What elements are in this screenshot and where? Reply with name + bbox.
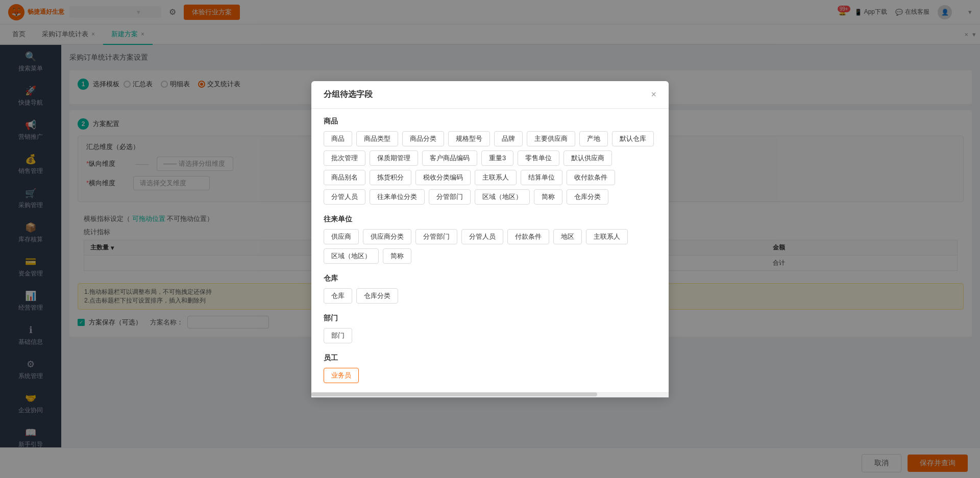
field-tag-warehouse[interactable]: 仓库 (324, 288, 352, 304)
field-group-dept-title: 部门 (324, 314, 656, 323)
field-tag-main-supplier[interactable]: 主要供应商 (527, 131, 575, 146)
modal-header: 分组待选字段 × (311, 81, 669, 109)
field-tag-goods-type[interactable]: 商品类型 (356, 131, 398, 146)
scrollbar-thumb-horizontal (311, 392, 597, 396)
field-tags-staff: 业务员 (324, 368, 656, 383)
field-tag-shelf-life[interactable]: 保质期管理 (370, 150, 418, 166)
field-tag-retail-unit[interactable]: 零售单位 (518, 150, 559, 166)
modal-close-button[interactable]: × (651, 89, 656, 100)
field-tag-dept-managed[interactable]: 分管部门 (429, 189, 471, 205)
field-tag-partner-contact[interactable]: 主联系人 (586, 229, 628, 244)
field-tag-salesperson[interactable]: 业务员 (324, 368, 359, 383)
field-tag-dept[interactable]: 部门 (324, 328, 352, 343)
field-tag-payment-terms[interactable]: 收付款条件 (567, 170, 615, 185)
field-tag-spec-model[interactable]: 规格型号 (448, 131, 490, 146)
field-tag-region[interactable]: 区域（地区） (475, 189, 530, 205)
field-tag-default-warehouse[interactable]: 默认仓库 (612, 131, 654, 146)
field-tag-goods[interactable]: 商品 (324, 131, 352, 146)
field-tag-partner-area[interactable]: 地区 (553, 229, 582, 244)
modal-title: 分组待选字段 (324, 89, 373, 100)
field-tag-warehouse-category[interactable]: 仓库分类 (567, 189, 608, 205)
field-group-goods-title: 商品 (324, 117, 656, 126)
modal-body[interactable]: 商品 商品 商品类型 商品分类 规格型号 品牌 主要供应商 产地 默认仓库 批次… (311, 109, 669, 392)
field-group-partner-title: 往来单位 (324, 215, 656, 224)
field-group-staff-title: 员工 (324, 354, 656, 363)
field-tags-warehouse: 仓库 仓库分类 (324, 288, 656, 304)
field-tags-dept: 部门 (324, 328, 656, 343)
modal: 分组待选字段 × 商品 商品 商品类型 商品分类 规格型号 品牌 主要供应商 产… (311, 81, 669, 397)
field-group-dept: 部门 部门 (324, 314, 656, 343)
field-tag-goods-alias[interactable]: 商品别名 (324, 170, 365, 185)
field-tag-main-contact[interactable]: 主联系人 (475, 170, 517, 185)
field-tag-supervisor[interactable]: 分管人员 (324, 189, 365, 205)
field-tag-partner-abbr[interactable]: 简称 (383, 248, 411, 264)
field-tag-default-supplier[interactable]: 默认供应商 (564, 150, 612, 166)
field-group-warehouse: 仓库 仓库 仓库分类 (324, 274, 656, 304)
field-group-partner: 往来单位 供应商 供应商分类 分管部门 分管人员 付款条件 地区 主联系人 区域… (324, 215, 656, 264)
modal-scrollbar-horizontal[interactable] (311, 392, 669, 397)
field-tag-supplier[interactable]: 供应商 (324, 229, 359, 244)
field-group-warehouse-title: 仓库 (324, 274, 656, 283)
field-tag-customer-code[interactable]: 客户商品编码 (422, 150, 477, 166)
field-tags-partner: 供应商 供应商分类 分管部门 分管人员 付款条件 地区 主联系人 区域（地区） … (324, 229, 656, 264)
field-tag-partner-region[interactable]: 区域（地区） (324, 248, 379, 264)
field-tag-partner-supervisor[interactable]: 分管人员 (461, 229, 503, 244)
field-tag-abbr[interactable]: 简称 (534, 189, 562, 205)
field-tag-pick-points[interactable]: 拣货积分 (370, 170, 411, 185)
field-group-staff: 员工 业务员 (324, 354, 656, 383)
modal-overlay: 分组待选字段 × 商品 商品 商品类型 商品分类 规格型号 品牌 主要供应商 产… (0, 0, 980, 478)
field-tag-goods-category[interactable]: 商品分类 (402, 131, 444, 146)
field-tag-origin[interactable]: 产地 (579, 131, 608, 146)
field-tag-weight[interactable]: 重量3 (481, 150, 513, 166)
field-tag-partner-dept[interactable]: 分管部门 (415, 229, 457, 244)
field-tags-goods: 商品 商品类型 商品分类 规格型号 品牌 主要供应商 产地 默认仓库 批次管理 … (324, 131, 656, 205)
field-group-goods: 商品 商品 商品类型 商品分类 规格型号 品牌 主要供应商 产地 默认仓库 批次… (324, 117, 656, 205)
field-tag-brand[interactable]: 品牌 (494, 131, 523, 146)
field-tag-tax-code[interactable]: 税收分类编码 (415, 170, 471, 185)
field-tag-supplier-category[interactable]: 供应商分类 (363, 229, 411, 244)
field-tag-settlement-unit[interactable]: 结算单位 (521, 170, 562, 185)
field-tag-warehouse-cat[interactable]: 仓库分类 (356, 288, 398, 304)
field-tag-partner-payment[interactable]: 付款条件 (507, 229, 549, 244)
field-tag-partner-category[interactable]: 往来单位分类 (370, 189, 425, 205)
field-tag-batch-mgmt[interactable]: 批次管理 (324, 150, 365, 166)
